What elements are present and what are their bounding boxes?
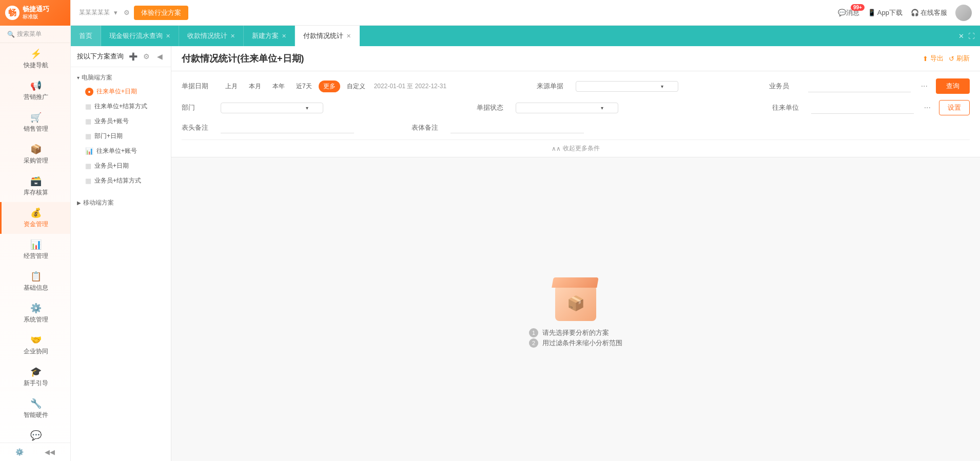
mobile-arrow-icon: ▶ — [77, 200, 81, 206]
tab-cash-flow[interactable]: 现金银行流水查询 ✕ — [101, 26, 179, 46]
trial-button[interactable]: 体验行业方案 — [134, 6, 188, 20]
tab-close-payment[interactable]: ✕ — [346, 33, 351, 39]
empty-illustration: 📦 — [545, 270, 606, 321]
sidebar-item-kuaijie[interactable]: ⚡ 快捷导航 — [0, 43, 70, 75]
collapse-filter-button[interactable]: ∧∧ 收起更多条件 — [182, 139, 970, 157]
step-number-2: 2 — [529, 338, 538, 348]
table-icon: ▦ — [85, 103, 91, 110]
tab-payment-stats[interactable]: 付款情况统计 ✕ — [295, 26, 360, 46]
archive-icon: 🗃️ — [30, 175, 42, 187]
active-plan-dot: ● — [85, 88, 93, 96]
plan-item-partner-settlement[interactable]: ▦ 往来单位+结算方式 — [71, 99, 171, 114]
empty-step-1: 1 请先选择要分析的方案 — [529, 328, 622, 337]
tab-close-new-plan[interactable]: ✕ — [282, 33, 286, 39]
plan-item-salesman-account[interactable]: ▦ 业务员+账号 — [71, 114, 171, 129]
tab-income-stats[interactable]: 收款情况统计 ✕ — [179, 26, 244, 46]
section-arrow-icon: ▾ — [77, 75, 80, 81]
date-more[interactable]: 更多 — [319, 81, 340, 92]
tab-close-income[interactable]: ✕ — [230, 33, 235, 39]
source-select[interactable]: ▾ — [576, 81, 678, 92]
tab-new-plan[interactable]: 新建方案 ✕ — [244, 26, 295, 46]
clipboard-icon: 📋 — [30, 271, 42, 282]
sidebar-item-xitong[interactable]: ⚙️ 系统管理 — [0, 297, 70, 329]
message-icon: 💬 — [838, 9, 846, 16]
collapse-panel-button[interactable]: ◀ — [154, 51, 165, 62]
query-button[interactable]: 查询 — [936, 78, 970, 94]
date-this-month[interactable]: 本月 — [244, 81, 266, 92]
filter-area: 单据日期 上月 本月 本年 近7天 更多 自定义 2022-01-01 至 20… — [171, 71, 980, 157]
headset-icon: 🎧 — [911, 9, 919, 16]
left-panel-header: 按以下方案查询 ➕ ⚙ ◀ — [71, 46, 171, 67]
desktop-section-title[interactable]: ▾ 电脑端方案 — [71, 71, 171, 84]
filter-row-3: 表头备注 表体备注 — [182, 122, 970, 133]
tab-expand-icon[interactable]: ⛶ — [968, 32, 975, 40]
sidebar-item-qiye[interactable]: 🤝 企业协同 — [0, 329, 70, 361]
export-button[interactable]: ⬆ 导出 — [923, 54, 944, 63]
partner-input[interactable] — [811, 102, 914, 114]
sidebar-item-jichu[interactable]: 📋 基础信息 — [0, 266, 70, 297]
plan-item-partner-date[interactable]: ● 往来单位+日期 — [71, 84, 171, 99]
date-custom[interactable]: 自定义 — [342, 81, 370, 92]
dept-select[interactable]: ▾ — [221, 103, 323, 113]
tab-close-all-icon[interactable]: ✕ — [958, 32, 964, 40]
mobile-section-title[interactable]: ▶ 移动端方案 — [71, 196, 171, 209]
dropdown-chevron-icon[interactable]: ▾ — [114, 9, 117, 16]
body-note-input[interactable] — [450, 122, 584, 133]
megaphone-icon: 📢 — [30, 80, 42, 91]
refresh-button[interactable]: ↺ 刷新 — [949, 54, 970, 63]
plan-item-dept-date[interactable]: ▦ 部门+日期 — [71, 129, 171, 144]
messages-badge[interactable]: 💬 消息 99+ — [838, 8, 859, 17]
table-icon2: ▦ — [85, 117, 91, 125]
sidebar-item-xinshou[interactable]: 🎓 新手引导 — [0, 361, 70, 393]
topbar: 某某某某某 ▾ ⚙ 体验行业方案 💬 消息 99+ 📱 App下载 🎧 在线客服 — [71, 0, 980, 26]
tool-icon: 🔧 — [30, 398, 42, 409]
manage-plan-button[interactable]: ⚙ — [141, 51, 151, 62]
header-note-input[interactable] — [221, 122, 354, 133]
sidebar-item-jingying[interactable]: 📊 经营管理 — [0, 234, 70, 266]
page-title: 付款情况统计(往来单位+日期) — [182, 52, 304, 65]
online-service[interactable]: 🎧 在线客服 — [911, 8, 947, 17]
date-last-month[interactable]: 上月 — [221, 81, 242, 92]
sidebar-item-xiaoshou[interactable]: 🛒 销售管理 — [0, 107, 70, 138]
user-avatar[interactable] — [955, 5, 972, 21]
mobile-section: ▶ 移动端方案 — [71, 192, 171, 213]
dept-label: 部门 — [182, 103, 212, 112]
sidebar-item-weixin[interactable]: 💬 企业微信 — [0, 425, 70, 443]
partner-more-icon[interactable]: ··· — [924, 103, 931, 112]
salesman-label: 业务员 — [769, 82, 800, 91]
page-header: 付款情况统计(往来单位+日期) ⬆ 导出 ↺ 刷新 — [171, 46, 980, 71]
doc-status-select[interactable]: ▾ — [516, 103, 618, 113]
flash-icon: ⚡ — [30, 48, 42, 59]
tab-close-cash-flow[interactable]: ✕ — [166, 33, 170, 39]
doc-status-label: 单据状态 — [477, 103, 507, 112]
sidebar-item-caigou[interactable]: 📦 采购管理 — [0, 138, 70, 170]
plan-item-salesman-settlement[interactable]: ▦ 业务员+结算方式 — [71, 173, 171, 188]
logo-icon: 畅 — [5, 6, 19, 20]
add-plan-button[interactable]: ➕ — [128, 51, 138, 62]
tabs-bar: 首页 现金银行流水查询 ✕ 收款情况统计 ✕ 新建方案 ✕ 付款情况统计 ✕ ✕… — [71, 26, 980, 46]
search-menu[interactable]: 🔍 搜索菜单 — [0, 26, 70, 43]
mobile-icon: 📱 — [868, 9, 876, 16]
plan-item-salesman-date[interactable]: ▦ 业务员+日期 — [71, 158, 171, 173]
box-icon: 📦 — [30, 144, 42, 155]
salesman-more-icon[interactable]: ··· — [921, 82, 928, 91]
refresh-icon: ↺ — [949, 55, 954, 63]
sidebar-item-kucun[interactable]: 🗃️ 库存核算 — [0, 170, 70, 202]
plan-item-partner-account[interactable]: 📊 往来单位+账号 — [71, 144, 171, 158]
collapse-icon[interactable]: ◀◀ — [45, 448, 55, 456]
main-content: 某某某某某 ▾ ⚙ 体验行业方案 💬 消息 99+ 📱 App下载 🎧 在线客服 — [71, 0, 980, 461]
app-download[interactable]: 📱 App下载 — [868, 8, 903, 17]
settings-icon[interactable]: ⚙️ — [15, 448, 24, 456]
salesman-input[interactable] — [808, 81, 911, 92]
sidebar-item-yingxiao[interactable]: 📢 营销推广 — [0, 75, 70, 107]
export-icon: ⬆ — [923, 55, 928, 63]
sidebar-footer: ⚙️ ◀◀ — [0, 443, 70, 461]
settings-icon[interactable]: ⚙ — [124, 9, 130, 16]
tab-home[interactable]: 首页 — [71, 26, 101, 46]
settings-button[interactable]: 设置 — [939, 100, 970, 115]
handshake-icon: 🤝 — [30, 334, 42, 346]
sidebar-item-yingjian[interactable]: 🔧 智能硬件 — [0, 393, 70, 425]
date-7days[interactable]: 近7天 — [291, 81, 317, 92]
date-this-year[interactable]: 本年 — [268, 81, 289, 92]
sidebar-item-zijin[interactable]: 💰 资金管理 — [0, 202, 70, 234]
